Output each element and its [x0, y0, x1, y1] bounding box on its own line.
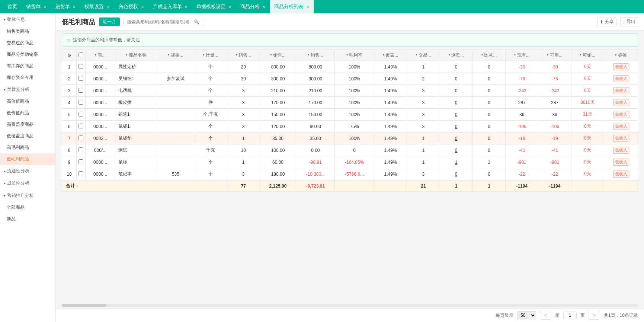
nav-product-analysis[interactable]: 商品分析 ✕ [236, 0, 270, 13]
row-select-checkbox[interactable] [79, 159, 83, 164]
row-views1[interactable]: 0 [440, 168, 472, 181]
nav-sales-close[interactable]: ✕ [44, 5, 47, 9]
nav-product-analysis-list[interactable]: 商品分析列表 ✕ [270, 0, 314, 13]
sidebar-item-capital-usage[interactable]: 库存资金占用 [0, 72, 55, 83]
row-checkbox[interactable] [77, 97, 86, 109]
nav-product-inbound[interactable]: 产成品入库单 ✕ [148, 0, 192, 13]
row-views1[interactable]: 0 [440, 109, 472, 121]
nav-home[interactable]: 首页 [3, 0, 22, 13]
scroll-thumb[interactable] [62, 304, 106, 307]
row-checkbox[interactable] [77, 144, 86, 156]
nav-product-inbound-close[interactable]: ✕ [185, 5, 188, 9]
col-settings[interactable]: ⚙ [62, 50, 77, 61]
col-available[interactable]: • 可用... [538, 50, 571, 61]
search-input[interactable] [127, 19, 194, 25]
select-all-checkbox[interactable] [79, 52, 83, 57]
row-select-checkbox[interactable] [79, 136, 83, 140]
row-name[interactable]: 鼠标 [115, 156, 157, 168]
row-select-checkbox[interactable] [79, 76, 83, 81]
col-name[interactable]: • 商品名称 [115, 50, 157, 61]
col-sales-qty[interactable]: • 销售... [227, 50, 260, 61]
prev-page-button[interactable]: ＜ [540, 311, 551, 320]
page-input[interactable] [563, 312, 577, 319]
row-checkbox[interactable] [77, 168, 86, 181]
col-gross-margin[interactable]: • 毛利率 [335, 50, 374, 61]
col-current-stock[interactable]: • 现有... [506, 50, 538, 61]
sidebar-item-low-margin[interactable]: 低毛利商品 [0, 153, 55, 165]
next-page-button[interactable]: ＞ [589, 311, 600, 320]
row-name[interactable]: 橡皮擦 [115, 97, 157, 109]
per-page-select[interactable]: 50 20 100 [517, 311, 536, 319]
col-unit[interactable]: • 计量... [194, 50, 227, 61]
nav-roles-close[interactable]: ✕ [141, 5, 144, 9]
sidebar-item-instock-products[interactable]: 有库存的商品 [0, 60, 55, 72]
row-views1[interactable]: 1 [440, 156, 472, 168]
col-sellable[interactable]: • 可销... [571, 50, 604, 61]
col-transactions[interactable]: • 交易... [407, 50, 440, 61]
row-checkbox[interactable] [77, 61, 86, 73]
share-button[interactable]: ⬆ 分享 [597, 17, 616, 26]
row-name[interactable]: 铅笔1 [115, 109, 157, 121]
sidebar-group-flow[interactable]: ▸ 流通性分析 [0, 165, 55, 177]
col-coverage[interactable]: • 覆盖... [374, 50, 407, 61]
col-tag[interactable]: • 标签 [604, 50, 638, 61]
time-filter-button[interactable]: 近一月 [99, 17, 120, 26]
row-checkbox[interactable] [77, 156, 86, 168]
table-container[interactable]: ⚙ • 商... • 商品名称 • 规格... • 计量... • 销售... … [62, 50, 638, 304]
col-sales-price[interactable]: • 销售... [260, 50, 296, 61]
nav-purchase-close[interactable]: ✕ [73, 5, 76, 9]
sidebar-group-overall[interactable]: ▾ 整体信息 [0, 13, 55, 26]
sidebar-item-all-products[interactable]: 全部商品 [0, 202, 55, 213]
sidebar-item-category-assist[interactable]: 商品分类助销率 [0, 49, 55, 60]
row-checkbox[interactable] [77, 133, 86, 144]
sidebar-group-marketing[interactable]: ▾ 营销推广分析 [0, 189, 55, 202]
row-select-checkbox[interactable] [79, 147, 83, 152]
nav-template-settings[interactable]: 单据模板设置 ✕ [192, 0, 236, 13]
sidebar-item-sales-products[interactable]: 销售类商品 [0, 26, 55, 37]
row-views1[interactable]: 0 [440, 73, 472, 85]
row-views1[interactable]: 0 [440, 144, 472, 156]
scroll-track[interactable] [62, 304, 638, 307]
row-select-checkbox[interactable] [79, 88, 83, 93]
sidebar-item-high-margin[interactable]: 高毛利商品 [0, 142, 55, 153]
col-sales-amount[interactable]: • 销售... [296, 50, 335, 61]
row-name[interactable]: 测试 [115, 144, 157, 156]
nav-product-analysis-list-close[interactable]: ✕ [306, 5, 309, 9]
row-checkbox[interactable] [77, 85, 86, 97]
row-name[interactable]: 鼠标垫 [115, 133, 157, 144]
sidebar-group-growth[interactable]: ▸ 成长性分析 [0, 177, 55, 189]
sidebar-item-traded-products[interactable]: 交易过的商品 [0, 37, 55, 49]
nav-purchase[interactable]: 进货单 ✕ [51, 0, 80, 13]
sidebar-group-cluster[interactable]: ▾ 类群堂分析 [0, 83, 55, 96]
row-select-checkbox[interactable] [79, 112, 83, 117]
sidebar-item-low-value[interactable]: 低价值商品 [0, 107, 55, 119]
sidebar-item-high-value[interactable]: 高价值商品 [0, 96, 55, 107]
row-name[interactable]: 吴细细1 [115, 73, 157, 85]
row-views1[interactable]: 0 [440, 133, 472, 144]
row-select-checkbox[interactable] [79, 171, 83, 176]
row-select-checkbox[interactable] [79, 100, 83, 105]
row-views1[interactable]: 0 [440, 97, 472, 109]
row-name[interactable]: 笔记本 [115, 168, 157, 181]
col-spec[interactable]: • 规格... [157, 50, 194, 61]
nav-template-settings-close[interactable]: ✕ [228, 5, 231, 9]
row-select-checkbox[interactable] [79, 64, 83, 69]
search-icon[interactable]: 🔍 [194, 19, 199, 25]
row-name[interactable]: 鼠标1 [115, 121, 157, 133]
row-checkbox[interactable] [77, 121, 86, 133]
row-views1[interactable]: 0 [440, 61, 472, 73]
col-views2[interactable]: • 浏览... [472, 50, 505, 61]
row-views1[interactable]: 0 [440, 85, 472, 97]
nav-roles[interactable]: 角色授权 ✕ [114, 0, 148, 13]
row-name[interactable]: 电话机 [115, 85, 157, 97]
nav-product-analysis-close[interactable]: ✕ [262, 5, 265, 9]
sidebar-item-new-products[interactable]: 新品 [0, 213, 55, 225]
sidebar-item-low-coverage[interactable]: 低覆盖度商品 [0, 130, 55, 142]
row-checkbox[interactable] [77, 73, 86, 85]
col-views1[interactable]: • 浏览... [440, 50, 472, 61]
sidebar-item-high-coverage[interactable]: 高覆盖度商品 [0, 119, 55, 130]
nav-sales[interactable]: 销货单 ✕ [22, 0, 51, 13]
nav-permissions[interactable]: 权限设置 ✕ [80, 0, 114, 13]
nav-permissions-close[interactable]: ✕ [107, 5, 110, 9]
row-name[interactable]: 属性定价 [115, 61, 157, 73]
